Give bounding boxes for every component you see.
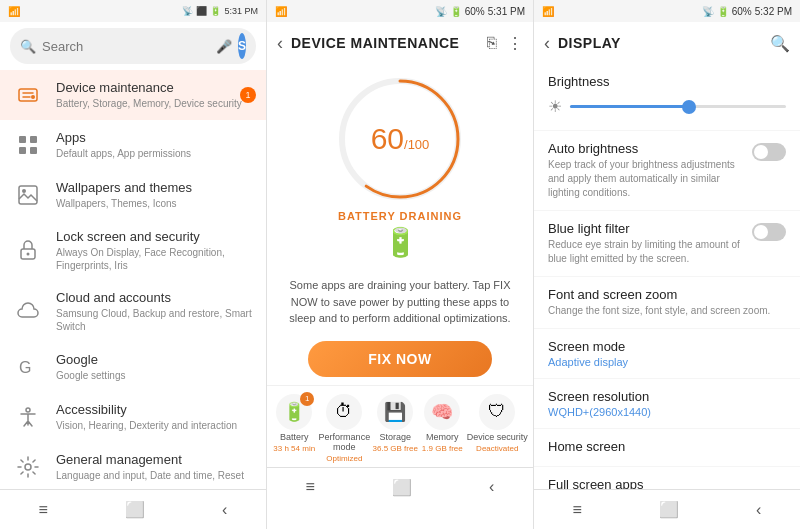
memory-item[interactable]: 🧠 Memory 1.9 GB free (420, 394, 464, 463)
device-security-sub: Deactivated (476, 444, 518, 453)
brightness-item[interactable]: Brightness ☀ (534, 64, 800, 131)
menu-icon-nav[interactable]: ≡ (31, 493, 56, 527)
svg-rect-6 (19, 186, 37, 204)
display-settings-list: Brightness ☀ Auto brightness Keep track … (534, 64, 800, 489)
status-bar-left-2: 📶 (275, 6, 287, 17)
cloud-icon (12, 295, 44, 327)
brightness-slider-thumb[interactable] (682, 100, 696, 114)
sidebar-item-cloud[interactable]: Cloud and accounts Samsung Cloud, Backup… (0, 281, 266, 342)
auto-brightness-toggle[interactable] (752, 143, 786, 161)
performance-item[interactable]: ⏱ Performance mode Optimized (319, 394, 371, 463)
font-zoom-title: Font and screen zoom (548, 287, 786, 302)
screen-mode-item[interactable]: Screen mode Adaptive display (534, 329, 800, 379)
lock-screen-text: Lock screen and security Always On Displ… (56, 229, 254, 272)
back-button-3[interactable]: ‹ (544, 33, 550, 54)
battery-warning-icon: 🔋 (383, 226, 418, 259)
wifi-icon-2: 📡 (435, 6, 447, 17)
battery-score-center: 60/100 (371, 124, 430, 154)
full-screen-item[interactable]: Full screen apps Choose which apps you w… (534, 467, 800, 489)
battery-icon-1: 🔋 (210, 6, 221, 16)
sidebar-item-google[interactable]: G Google Google settings (0, 342, 266, 392)
battery-status-label: BATTERY DRAINING (338, 210, 462, 222)
svg-text:G: G (19, 359, 31, 376)
screen-resolution-title: Screen resolution (548, 389, 786, 404)
device-maintenance-text: Device maintenance Battery, Storage, Mem… (56, 80, 254, 110)
home-icon-nav[interactable]: ⬜ (117, 492, 153, 527)
blue-light-title: Blue light filter (548, 221, 744, 236)
sidebar-item-general[interactable]: General management Language and input, D… (0, 442, 266, 489)
svg-point-1 (31, 95, 35, 99)
auto-brightness-text: Auto brightness Keep track of your brigh… (548, 141, 744, 200)
battery-circle: 60/100 (335, 74, 465, 204)
font-zoom-item[interactable]: Font and screen zoom Change the font siz… (534, 277, 800, 329)
blue-light-toggle[interactable] (752, 223, 786, 241)
home-icon-nav-3[interactable]: ⬜ (651, 492, 687, 527)
cloud-title: Cloud and accounts (56, 290, 254, 307)
screen-resolution-value: WQHD+(2960x1440) (548, 406, 786, 418)
search-icon: 🔍 (20, 39, 36, 54)
search-input[interactable] (42, 39, 210, 54)
device-security-label: Device security (467, 432, 528, 442)
font-zoom-sub: Change the font size, font style, and sc… (548, 304, 786, 318)
general-text: General management Language and input, D… (56, 452, 254, 482)
svg-rect-2 (19, 136, 26, 143)
panel3-title: DISPLAY (558, 35, 762, 51)
home-screen-item[interactable]: Home screen (534, 429, 800, 467)
storage-item[interactable]: 💾 Storage 36.5 GB free (373, 394, 418, 463)
battery-icon-area: 🔋 (383, 226, 418, 259)
wallpapers-text: Wallpapers and themes Wallpapers, Themes… (56, 180, 254, 210)
screen-resolution-item[interactable]: Screen resolution WQHD+(2960x1440) (534, 379, 800, 429)
auto-brightness-item[interactable]: Auto brightness Keep track of your brigh… (534, 131, 800, 211)
device-security-item[interactable]: 🛡 Device security Deactivated (467, 394, 528, 463)
back-icon-nav-3[interactable]: ‹ (748, 493, 769, 527)
brightness-slider-track[interactable] (570, 105, 786, 108)
battery-pct-2: 60% (465, 6, 485, 17)
bottom-icons-row: 🔋 1 Battery 33 h 54 min ⏱ Performance mo… (267, 385, 533, 467)
sidebar-item-lock-screen[interactable]: Lock screen and security Always On Displ… (0, 220, 266, 281)
battery-score-number: 60 (371, 122, 404, 155)
home-icon-nav-2[interactable]: ⬜ (384, 470, 420, 505)
battery-circle-icon: 🔋 1 (276, 394, 312, 430)
sidebar-item-accessibility[interactable]: Accessibility Vision, Hearing, Dexterity… (0, 392, 266, 442)
device-maintenance-title: Device maintenance (56, 80, 254, 97)
avatar[interactable]: S (238, 33, 246, 59)
fix-now-button[interactable]: FIX NOW (308, 341, 491, 377)
sidebar-item-wallpapers[interactable]: Wallpapers and themes Wallpapers, Themes… (0, 170, 266, 220)
more-icon[interactable]: ⋮ (507, 34, 523, 53)
copy-icon[interactable]: ⎘ (487, 34, 497, 53)
apps-text: Apps Default apps, App permissions (56, 130, 254, 160)
menu-icon-nav-2[interactable]: ≡ (298, 470, 323, 504)
search-bar[interactable]: 🔍 🎤 S (10, 28, 256, 64)
google-icon: G (12, 351, 44, 383)
blue-light-item[interactable]: Blue light filter Reduce eye strain by l… (534, 211, 800, 277)
security-sym: 🛡 (488, 401, 506, 422)
sim-icon: 📶 (8, 6, 20, 17)
search-icon-3[interactable]: 🔍 (770, 34, 790, 53)
mic-icon[interactable]: 🎤 (216, 39, 232, 54)
back-icon-nav[interactable]: ‹ (214, 493, 235, 527)
lock-screen-title: Lock screen and security (56, 229, 254, 246)
battery-icon-2: 🔋 (450, 6, 462, 17)
performance-sym: ⏱ (335, 401, 353, 422)
sidebar-item-apps[interactable]: Apps Default apps, App permissions (0, 120, 266, 170)
svg-rect-3 (30, 136, 37, 143)
bottom-nav-1: ≡ ⬜ ‹ (0, 489, 266, 529)
status-bar-right-1: 📡 ⬛ 🔋 5:31 PM (182, 6, 258, 16)
status-bar-2: 📶 📡 🔋 60% 5:31 PM (267, 0, 533, 22)
battery-item[interactable]: 🔋 1 Battery 33 h 54 min (272, 394, 316, 463)
memory-sym: 🧠 (431, 401, 453, 423)
device-maintenance-subtitle: Battery, Storage, Memory, Device securit… (56, 97, 254, 110)
back-icon-nav-2[interactable]: ‹ (481, 470, 502, 504)
panel2-action-icons: ⎘ ⋮ (487, 34, 523, 53)
sidebar-item-device-maintenance[interactable]: Device maintenance Battery, Storage, Mem… (0, 70, 266, 120)
wifi-icon-3: 📡 (702, 6, 714, 17)
battery-score-denom: /100 (404, 137, 429, 152)
general-subtitle: Language and input, Date and time, Reset (56, 469, 254, 482)
battery-pct-3: 60% (732, 6, 752, 17)
battery-sub: 33 h 54 min (273, 444, 315, 453)
screen-mode-title: Screen mode (548, 339, 786, 354)
menu-icon-nav-3[interactable]: ≡ (565, 493, 590, 527)
back-button-2[interactable]: ‹ (277, 33, 283, 54)
storage-label: Storage (379, 432, 411, 442)
panel-device-maintenance: 📶 📡 🔋 60% 5:31 PM ‹ DEVICE MAINTENANCE ⎘… (267, 0, 534, 529)
